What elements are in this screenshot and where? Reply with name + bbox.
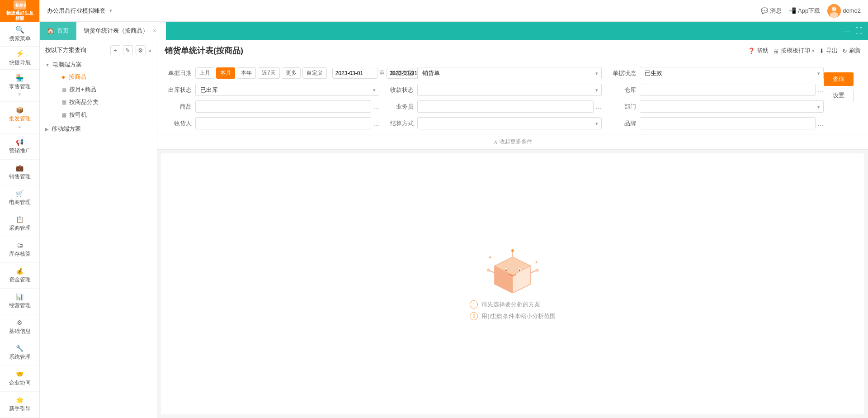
sidebar-item-ecommerce[interactable]: 🛒 电商管理 [0,185,39,211]
sidebar-item-newbie[interactable]: 🌟 新手引导 [0,392,39,418]
tab-active[interactable]: 销货单统计表（按商品） × [76,22,166,40]
sidebar-item-system[interactable]: 🔧 系统管理 [0,340,39,366]
filter-item-by-month-goods[interactable]: ▦ 按月+商品 [49,83,153,96]
empty-step-1-text: 请先选择要分析的方案 [481,300,540,309]
ecommerce-icon: 🛒 [15,190,24,197]
payment-select[interactable] [417,84,601,96]
date-btn-this-month[interactable]: 本月 [216,67,235,79]
scheme-icon-3: ▦ [61,112,66,118]
filter-staff: 业务员 … [387,100,601,113]
storage-input-wrapper: … [640,84,824,96]
filter-item-by-goods-label: 按商品 [69,73,86,81]
staff-input[interactable] [417,100,593,113]
sidebar-item-inventory[interactable]: 🗂 库存核算 [0,237,39,263]
add-scheme-btn[interactable]: + [110,45,120,55]
date-btn-this-year[interactable]: 本年 [237,67,256,79]
svg-point-15 [487,269,490,271]
sidebar-item-marketing[interactable]: 📢 营销推广 [0,134,39,160]
receiver-input[interactable] [195,117,371,129]
page-title: 销货单统计表(按商品) [165,45,243,56]
sidebar-item-enterprise[interactable]: 🤝 企业协同 [0,366,39,392]
scheme-icon-2: ▦ [61,99,66,105]
help-btn[interactable]: ❓ 帮助 [748,47,769,55]
print-btn[interactable]: 🖨 按模板打印 ▾ [773,47,815,55]
tab-minimize-btn[interactable]: — [841,25,852,37]
dept-select[interactable] [640,100,824,113]
filter-item-by-driver[interactable]: ▦ 按司机 [49,109,153,121]
tab-bar: 🏠 首页 销货单统计表（按商品） × — ⛶ [40,22,868,40]
tab-home-label: 首页 [57,27,69,35]
dept-select-wrapper: ▾ [640,100,824,113]
user-profile[interactable]: demo2 [827,4,861,18]
goods-more-btn[interactable]: … [373,103,379,110]
messages-btn[interactable]: 💬 消息 [761,7,782,15]
status-select[interactable]: 已生效 [640,67,824,79]
filter-group-mobile-header[interactable]: ▶ 移动端方案 [43,123,153,135]
sidebar-item-purchase[interactable]: 📋 采购管理 [0,211,39,237]
print-dropdown-icon[interactable]: ▾ [812,48,815,54]
date-btn-more[interactable]: 更多 [282,67,301,79]
export-btn[interactable]: ⬇ 导出 [819,47,838,55]
tab-maximize-btn[interactable]: ⛶ [854,25,864,37]
date-btn-custom[interactable]: 自定义 [302,67,327,79]
goods-input[interactable] [195,100,371,113]
date-btn-7days[interactable]: 近7天 [258,67,280,79]
app-download-btn[interactable]: 📲 App下载 [789,7,820,15]
filter-receiver: 收货人 … [165,117,379,129]
filter-item-by-category-label: 按商品分类 [69,98,99,106]
date-btn-last-month[interactable]: 上月 [195,67,214,79]
collapse-panel-btn[interactable]: « [148,47,151,54]
empty-state-icon: ✦ ✦ [486,248,540,293]
settlement-select[interactable] [417,117,601,129]
page-content: 按以下方案查询 + ✎ ⚙ « [40,40,868,418]
filter-panel-header: 按以下方案查询 + ✎ ⚙ « [40,45,157,59]
settings-btn[interactable]: 设置 [824,89,854,102]
sidebar-item-retail[interactable]: 🏪 零售管理 ▼ [0,70,39,102]
query-btn[interactable]: 查询 [824,72,854,86]
filter-item-by-goods[interactable]: ● 按商品 [49,71,153,83]
filter-item-by-category[interactable]: ▦ 按商品分类 [49,96,153,109]
tab-home[interactable]: 🏠 首页 [40,22,76,40]
active-scheme-icon: ● [61,73,65,81]
storage-input[interactable] [640,84,816,96]
settings-scheme-btn[interactable]: ⚙ [136,45,146,55]
storage-more-btn[interactable]: … [817,86,824,94]
sidebar-item-finance[interactable]: 💰 资金管理 [0,263,39,289]
svg-point-13 [511,249,514,252]
collapse-more-conditions[interactable]: ∧ 收起更多条件 [157,134,868,149]
filter-row-4: 收货人 … 结算方式 [165,117,824,129]
sidebar-item-sales-label: 销售管理 [9,173,31,180]
brand-more-btn[interactable]: … [817,120,824,127]
main-area: 办公用品行业模拟账套 ▾ 💬 消息 📲 App下载 de [40,0,868,418]
svg-point-11 [519,269,520,271]
sidebar-item-wholesale[interactable]: 📦 批发管理 ▲ [0,102,39,134]
inventory-icon: 🗂 [15,242,24,249]
tab-close-btn[interactable]: × [151,27,158,34]
brand-input[interactable] [640,117,816,129]
group-arrow-icon: ▼ [45,62,50,67]
date-from-input[interactable] [332,68,377,79]
receiver-more-btn[interactable]: … [373,120,379,127]
goods-input-wrapper: … [195,100,379,113]
type-select[interactable]: 销货单 [417,67,601,79]
svg-text:畅捷通: 畅捷通 [15,3,26,8]
header-dropdown-icon[interactable]: ▾ [109,8,112,14]
warehouse-status-select[interactable]: 已出库 [195,84,379,96]
filter-item-by-driver-label: 按司机 [69,111,87,119]
sales-icon: 💼 [15,164,24,171]
avatar [827,4,841,18]
brand-input-wrapper: … [640,117,824,129]
quick-nav[interactable]: ⚡ 快捷导航 [0,47,39,70]
refresh-btn[interactable]: ↻ 刷新 [842,47,861,55]
svg-line-16 [531,271,536,273]
sidebar-item-inventory-label: 库存核算 [9,250,31,258]
staff-more-btn[interactable]: … [595,103,602,110]
staff-input-wrapper: … [417,100,601,113]
edit-scheme-btn[interactable]: ✎ [123,45,133,55]
search-menu[interactable]: 🔍 搜索菜单 [0,22,39,47]
filter-row-3: 商品 … 业务员 … [165,100,824,113]
sidebar-item-basic[interactable]: ⚙ 基础信息 [0,314,39,340]
sidebar-item-management[interactable]: 📊 经营管理 [0,289,39,314]
sidebar-item-sales[interactable]: 💼 销售管理 [0,160,39,185]
filter-group-desktop-header[interactable]: ▼ 电脑端方案 [43,59,153,71]
